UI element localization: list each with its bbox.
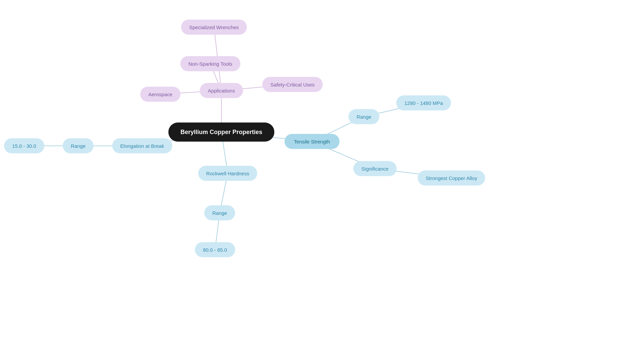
range-left-node[interactable]: Range — [63, 138, 94, 154]
safety-critical-uses-node[interactable]: Safety-Critical Uses — [262, 77, 323, 92]
value-bottom-node[interactable]: 80.0 - 85.0 — [195, 242, 235, 257]
center-node[interactable]: Beryllium Copper Properties — [168, 123, 274, 142]
tensile-strength-node[interactable]: Tensile Strength — [284, 134, 339, 149]
applications-node[interactable]: Applications — [200, 83, 243, 98]
value-left-node[interactable]: 15.0 - 30.0 — [4, 138, 44, 154]
rockwell-hardness-node[interactable]: Rockwell Hardness — [198, 166, 257, 181]
elongation-at-break-node[interactable]: Elongation at Break — [112, 138, 172, 154]
range-right-node[interactable]: Range — [348, 109, 379, 124]
non-sparking-tools-node[interactable]: Non-Sparking Tools — [180, 56, 240, 71]
strongest-copper-alloy-node[interactable]: Strongest Copper Alloy — [418, 171, 485, 186]
value-range-mpa-node[interactable]: 1280 - 1480 MPa — [396, 96, 451, 111]
aerospace-node[interactable]: Aerospace — [140, 87, 180, 102]
significance-node[interactable]: Significance — [354, 161, 397, 176]
range-bottom-node[interactable]: Range — [204, 205, 235, 221]
specialized-wrenches-node[interactable]: Specialized Wrenches — [181, 20, 247, 35]
